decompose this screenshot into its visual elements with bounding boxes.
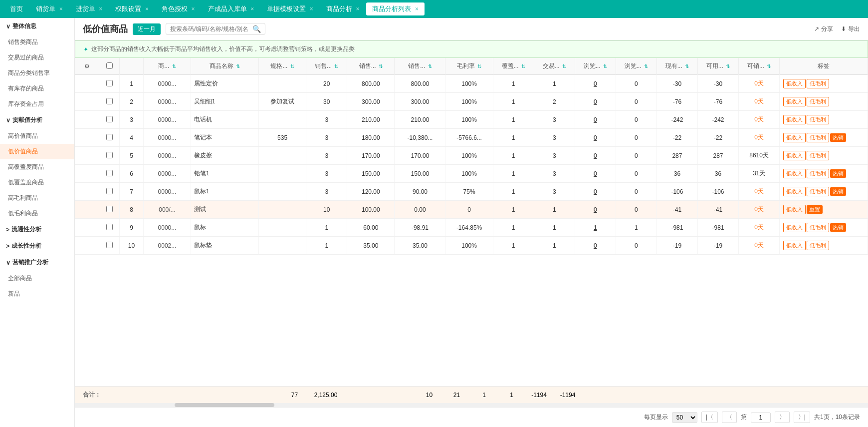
browse1-sort-icon[interactable]: ⇅ xyxy=(603,63,607,69)
browse1-cell[interactable]: 0 xyxy=(575,147,616,165)
browse1-link[interactable]: 0 xyxy=(594,98,597,105)
sidebar-item-stock-capital[interactable]: 库存资金占用 xyxy=(0,96,74,112)
nav-analysis-list-close[interactable]: × xyxy=(415,5,419,12)
row-checkbox[interactable] xyxy=(106,224,113,230)
browse1-link[interactable]: 0 xyxy=(594,206,597,213)
cover-col-header[interactable]: 覆盖... ⇅ xyxy=(493,58,534,75)
nav-template[interactable]: 单据模板设置 × xyxy=(261,2,319,15)
code-sort-icon[interactable]: ⇅ xyxy=(172,63,176,69)
nav-purchase[interactable]: 进货单 × xyxy=(70,2,109,15)
search-input[interactable] xyxy=(170,25,249,32)
sidebar-item-category-rate[interactable]: 商品分类销售率 xyxy=(0,65,74,81)
name-sort-icon[interactable]: ⇅ xyxy=(236,63,240,69)
nav-stock-in-close[interactable]: × xyxy=(250,5,254,12)
nav-roles-close[interactable]: × xyxy=(192,5,195,12)
settings-icon[interactable]: ⚙ xyxy=(84,63,90,70)
checkbox-cell[interactable] xyxy=(99,93,120,111)
code-col-header[interactable]: 商... ⇅ xyxy=(143,58,191,75)
sidebar-item-stocked-products[interactable]: 有库存的商品 xyxy=(0,81,74,96)
browse1-link[interactable]: 0 xyxy=(594,188,597,195)
row-checkbox[interactable] xyxy=(106,80,113,86)
page-size-select[interactable]: 50 100 200 xyxy=(672,412,697,423)
checkbox-cell[interactable] xyxy=(99,201,120,219)
sidebar-group-growth[interactable]: > 成长性分析 xyxy=(0,238,74,254)
checkbox-cell[interactable] xyxy=(99,183,120,201)
row-checkbox[interactable] xyxy=(106,116,113,122)
row-checkbox[interactable] xyxy=(106,170,113,176)
nav-analysis-close[interactable]: × xyxy=(356,5,359,12)
checkbox-cell[interactable] xyxy=(99,75,120,93)
browse1-cell[interactable]: 0 xyxy=(575,237,616,255)
nav-stock-in[interactable]: 产成品入库单 × xyxy=(202,2,260,15)
checkbox-col-header[interactable] xyxy=(99,58,120,75)
settings-col-header[interactable]: ⚙ xyxy=(75,58,99,75)
share-button[interactable]: ↗ 分享 xyxy=(814,25,833,33)
sales-price-sort-icon[interactable]: ⇅ xyxy=(379,63,383,69)
trade-col-header[interactable]: 交易... ⇅ xyxy=(534,58,575,75)
browse1-link[interactable]: 0 xyxy=(594,152,597,159)
sidebar-group-circulation[interactable]: > 流通性分析 xyxy=(0,221,74,238)
browse1-cell[interactable]: 1 xyxy=(575,219,616,237)
row-checkbox[interactable] xyxy=(106,242,113,248)
search-icon[interactable]: 🔍 xyxy=(252,25,261,33)
browse1-link[interactable]: 0 xyxy=(594,116,597,123)
nav-sales-order-close[interactable]: × xyxy=(59,5,63,12)
browse1-link[interactable]: 0 xyxy=(594,242,597,249)
browse1-link[interactable]: 0 xyxy=(594,134,597,141)
sidebar-item-low-margin[interactable]: 低毛利商品 xyxy=(0,206,74,221)
browse1-cell[interactable]: 0 xyxy=(575,129,616,147)
browse1-cell[interactable]: 0 xyxy=(575,183,616,201)
row-checkbox[interactable] xyxy=(106,152,113,158)
name-col-header[interactable]: 商品名称 ⇅ xyxy=(191,58,259,75)
nav-home[interactable]: 首页 xyxy=(4,2,29,15)
available-sort-icon[interactable]: ⇅ xyxy=(726,63,730,69)
sidebar-item-low-coverage[interactable]: 低覆盖度商品 xyxy=(0,175,74,190)
checkbox-cell[interactable] xyxy=(99,219,120,237)
page-number-input[interactable] xyxy=(751,413,771,423)
browse1-cell[interactable]: 0 xyxy=(575,75,616,93)
scrollbar-thumb[interactable] xyxy=(175,403,274,407)
sidebar-item-all-products[interactable]: 全部商品 xyxy=(0,271,74,286)
nav-permissions-close[interactable]: × xyxy=(145,5,149,12)
nav-purchase-close[interactable]: × xyxy=(99,5,102,12)
spec-sort-icon[interactable]: ⇅ xyxy=(290,63,294,69)
browse2-col-header[interactable]: 浏览... ⇅ xyxy=(616,58,656,75)
browse1-link[interactable]: 1 xyxy=(594,224,597,231)
row-checkbox[interactable] xyxy=(106,98,113,104)
sidebar-item-high-coverage[interactable]: 高覆盖度商品 xyxy=(0,159,74,175)
browse2-sort-icon[interactable]: ⇅ xyxy=(644,63,648,69)
sidebar-item-high-value[interactable]: 高价值商品 xyxy=(0,128,74,144)
sales-amount-sort-icon[interactable]: ⇅ xyxy=(428,63,432,69)
browse1-cell[interactable]: 0 xyxy=(575,93,616,111)
checkbox-cell[interactable] xyxy=(99,147,120,165)
first-page-button[interactable]: |〈 xyxy=(701,412,718,423)
nav-permissions[interactable]: 权限设置 × xyxy=(109,2,155,15)
last-page-button[interactable]: 〉| xyxy=(794,412,810,423)
browse1-link[interactable]: 0 xyxy=(594,80,597,87)
row-checkbox[interactable] xyxy=(106,206,113,212)
horizontal-scrollbar[interactable] xyxy=(75,403,868,407)
next-page-button[interactable]: 〉 xyxy=(775,412,790,423)
select-all-checkbox[interactable] xyxy=(106,62,113,69)
sidebar-item-sales-products[interactable]: 销售类商品 xyxy=(0,34,74,50)
checkbox-cell[interactable] xyxy=(99,129,120,147)
row-checkbox[interactable] xyxy=(106,188,113,194)
nav-sales-order[interactable]: 销货单 × xyxy=(30,2,69,15)
spec-col-header[interactable]: 规格... ⇅ xyxy=(259,58,306,75)
checkbox-cell[interactable] xyxy=(99,111,120,129)
browse1-cell[interactable]: 0 xyxy=(575,165,616,183)
current-sort-icon[interactable]: ⇅ xyxy=(685,63,689,69)
checkbox-cell[interactable] xyxy=(99,165,120,183)
sales-price-col-header[interactable]: 销售... ⇅ xyxy=(347,58,395,75)
sidebar-item-high-margin[interactable]: 高毛利商品 xyxy=(0,190,74,206)
saleable-sort-icon[interactable]: ⇅ xyxy=(767,63,771,69)
saleable-col-header[interactable]: 可销... ⇅ xyxy=(739,58,780,75)
filter-period-button[interactable]: 近一月 xyxy=(133,23,161,35)
sales-qty-sort-icon[interactable]: ⇅ xyxy=(334,63,338,69)
sidebar-item-new-products[interactable]: 新品 xyxy=(0,286,74,302)
nav-roles[interactable]: 角色授权 × xyxy=(156,2,201,15)
trade-sort-icon[interactable]: ⇅ xyxy=(562,63,566,69)
nav-template-close[interactable]: × xyxy=(310,5,313,12)
checkbox-cell[interactable] xyxy=(99,237,120,255)
available-col-header[interactable]: 可用... ⇅ xyxy=(697,58,738,75)
